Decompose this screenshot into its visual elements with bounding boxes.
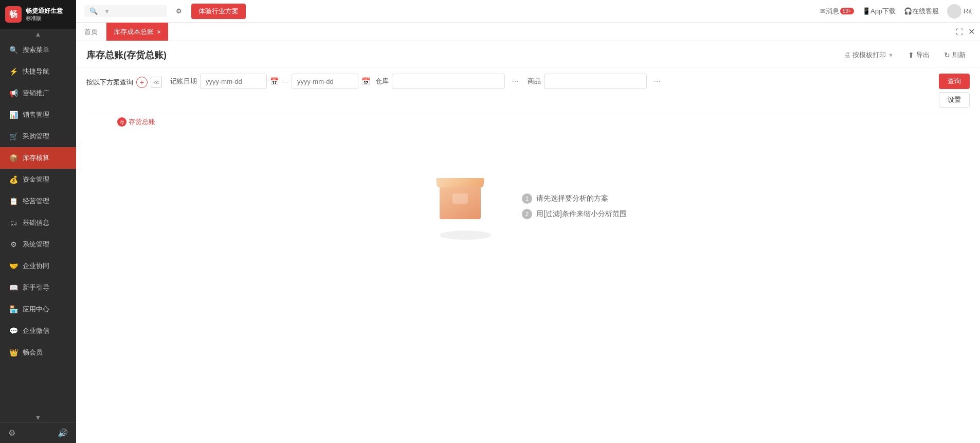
date-start-input[interactable] xyxy=(200,74,267,89)
sidebar-item-label: 经营管理 xyxy=(23,197,49,206)
panel-close-icon[interactable]: ✕ xyxy=(968,27,975,37)
tab-home-label: 首页 xyxy=(84,27,98,37)
sidebar-item-label: 资金管理 xyxy=(23,175,49,184)
finance-icon: 💰 xyxy=(8,174,19,185)
refresh-btn[interactable]: ↻ 刷新 xyxy=(940,48,970,62)
sidebar-item-label: 应用中心 xyxy=(23,305,49,314)
inventory-icon: 📦 xyxy=(8,153,19,163)
business-icon: 📋 xyxy=(8,196,19,206)
sidebar-item-basic[interactable]: 🗂 基础信息 xyxy=(0,212,76,234)
gear-icon: ⚙ xyxy=(176,7,182,15)
app-download-btn[interactable]: 📱 App下载 xyxy=(862,7,896,16)
date-label: 记账日期 xyxy=(170,77,197,86)
main-area: 🔍 ▼ ⚙ 体验行业方案 ✉ 消息 99+ 📱 App下载 🎧 在线客服 xyxy=(76,0,980,443)
topbar-right: ✉ 消息 99+ 📱 App下载 🎧 在线客服 Rit xyxy=(820,4,972,19)
filter-add-btn[interactable]: + xyxy=(136,77,148,88)
dropdown-arrow-icon: ▼ xyxy=(104,8,110,15)
phone-icon: 📱 xyxy=(862,7,870,15)
date-end-input[interactable] xyxy=(292,74,358,89)
print-dropdown-icon: ▼ xyxy=(888,52,894,58)
sidebar-item-marketing[interactable]: 📢 营销推广 xyxy=(0,82,76,104)
panel-expand-icon[interactable]: ⛶ xyxy=(956,28,963,36)
goods-input[interactable] xyxy=(544,74,647,89)
footer-audio-icon[interactable]: 🔊 xyxy=(58,428,68,438)
guide-icon: 📖 xyxy=(8,282,19,293)
sub-filter-item[interactable]: 存 存货总账 xyxy=(117,117,155,127)
sidebar-item-search[interactable]: 🔍 搜索菜单 xyxy=(0,39,76,61)
sidebar-footer: ⚙ 🔊 xyxy=(0,422,76,443)
industry-btn[interactable]: 体验行业方案 xyxy=(191,4,246,19)
sidebar-item-corp[interactable]: 🤝 企业协同 xyxy=(0,255,76,277)
tab-active[interactable]: 库存成本总账 × xyxy=(106,23,168,41)
sidebar-item-purchase[interactable]: 🛒 采购管理 xyxy=(0,126,76,147)
sidebar-scroll-up[interactable]: ▲ xyxy=(0,29,76,39)
sidebar-scroll-down[interactable]: ▼ xyxy=(0,412,76,422)
sidebar-item-label: 企业微信 xyxy=(23,326,49,335)
sidebar-item-finance[interactable]: 💰 资金管理 xyxy=(0,169,76,190)
search-menu[interactable]: 🔍 ▼ xyxy=(84,5,167,17)
search-icon: 🔍 xyxy=(8,45,19,55)
sidebar-item-label: 搜索菜单 xyxy=(23,45,49,55)
sidebar-item-label: 畅会员 xyxy=(23,348,43,357)
calendar-end-icon[interactable]: 📅 xyxy=(361,77,370,85)
refresh-icon: ↻ xyxy=(944,51,950,59)
sidebar: 畅 畅捷通好生意 标准版 ▲ 🔍 搜索菜单 ⚡ 快捷导航 📢 营销推广 📊 销售… xyxy=(0,0,76,443)
message-btn[interactable]: ✉ 消息 99+ xyxy=(820,7,854,16)
empty-state: 1 请先选择要分析的方案 2 用[过滤]条件来缩小分析范围 xyxy=(76,132,980,286)
goods-more-icon[interactable]: ··· xyxy=(650,74,664,88)
sidebar-item-guide[interactable]: 📖 新手引导 xyxy=(0,277,76,298)
export-icon: ⬆ xyxy=(908,51,914,59)
app-name: 畅捷通好生意 xyxy=(26,7,63,15)
sidebar-item-system[interactable]: ⚙ 系统管理 xyxy=(0,234,76,255)
sidebar-item-label: 系统管理 xyxy=(23,240,49,249)
empty-illustration xyxy=(429,173,501,245)
sidebar-item-label: 新手引导 xyxy=(23,283,49,292)
footer-settings-icon[interactable]: ⚙ xyxy=(8,428,15,438)
export-label: 导出 xyxy=(916,50,930,60)
sidebar-item-sales[interactable]: 📊 销售管理 xyxy=(0,104,76,126)
page-header: 库存总账(存货总账) 🖨 按模板打印 ▼ ⬆ 导出 ↻ 刷新 xyxy=(76,41,980,67)
warehouse-label: 仓库 xyxy=(375,77,389,86)
sidebar-item-business[interactable]: 📋 经营管理 xyxy=(0,190,76,212)
filter-bar: 按以下方案查询 + ≪ 记账日期 📅 — 📅 xyxy=(76,67,980,114)
sidebar-item-wechat[interactable]: 💬 企业微信 xyxy=(0,320,76,342)
print-btn[interactable]: 🖨 按模板打印 ▼ xyxy=(839,48,898,62)
user-menu[interactable]: Rit xyxy=(947,4,972,19)
tab-home[interactable]: 首页 xyxy=(76,23,106,41)
shortcut-icon: ⚡ xyxy=(8,66,19,77)
filter-fields: 记账日期 📅 — 📅 仓库 ··· 商 xyxy=(170,74,931,89)
print-icon: 🖨 xyxy=(843,51,850,59)
online-support-btn[interactable]: 🎧 在线客服 xyxy=(904,7,939,16)
content: 库存总账(存货总账) 🖨 按模板打印 ▼ ⬆ 导出 ↻ 刷新 xyxy=(76,41,980,443)
system-icon: ⚙ xyxy=(8,239,19,250)
logo-icon: 畅 xyxy=(5,6,22,23)
filter-toggle-btn[interactable]: ≪ xyxy=(151,77,162,88)
warehouse-more-icon[interactable]: ··· xyxy=(508,74,522,88)
hint-num-2: 2 xyxy=(522,209,532,219)
sidebar-item-vip[interactable]: 👑 畅会员 xyxy=(0,342,76,363)
calendar-start-icon[interactable]: 📅 xyxy=(270,77,279,85)
query-btn[interactable]: 查询 xyxy=(939,74,970,89)
message-badge: 99+ xyxy=(840,8,854,14)
sidebar-item-appstore[interactable]: 🏪 应用中心 xyxy=(0,298,76,320)
settings-btn[interactable]: ⚙ xyxy=(171,3,187,20)
warehouse-filter-group: 仓库 ··· xyxy=(375,74,522,89)
empty-box-body xyxy=(440,183,481,219)
marketing-icon: 📢 xyxy=(8,88,19,98)
settings-btn[interactable]: 设置 xyxy=(939,92,970,108)
export-btn[interactable]: ⬆ 导出 xyxy=(904,48,934,62)
tab-close-icon[interactable]: × xyxy=(157,28,161,36)
topbar: 🔍 ▼ ⚙ 体验行业方案 ✉ 消息 99+ 📱 App下载 🎧 在线客服 xyxy=(76,0,980,23)
goods-label: 商品 xyxy=(528,77,541,86)
page-actions: 🖨 按模板打印 ▼ ⬆ 导出 ↻ 刷新 xyxy=(839,48,970,62)
vip-icon: 👑 xyxy=(8,347,19,358)
filter-actions: 查询 设置 xyxy=(939,74,970,108)
warehouse-input[interactable] xyxy=(392,74,505,89)
search-icon: 🔍 xyxy=(89,7,98,15)
sub-filter-row: 存 存货总账 xyxy=(76,114,980,132)
basic-icon: 🗂 xyxy=(8,218,19,228)
sidebar-item-inventory[interactable]: 📦 库存核算 xyxy=(0,147,76,169)
empty-shadow xyxy=(440,231,491,240)
purchase-icon: 🛒 xyxy=(8,131,19,141)
sidebar-item-shortcut[interactable]: ⚡ 快捷导航 xyxy=(0,61,76,82)
